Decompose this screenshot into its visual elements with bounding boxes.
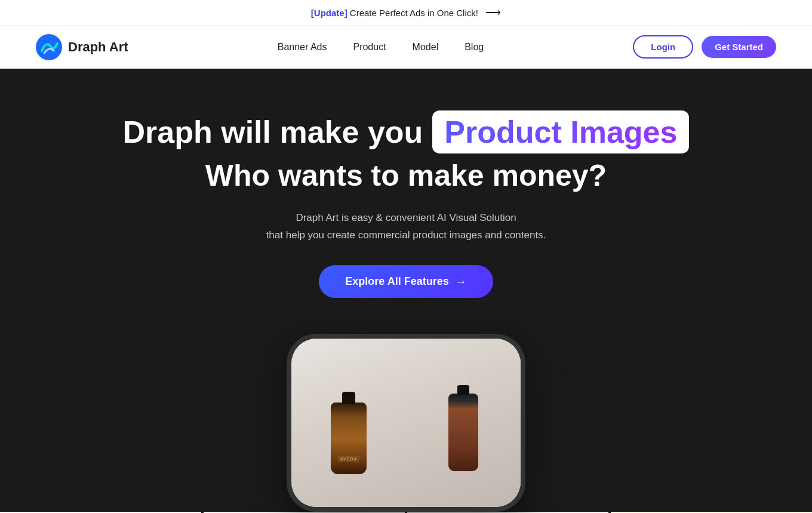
get-started-button[interactable]: Get Started <box>702 36 776 58</box>
announcement-link[interactable]: [Update] <box>311 8 350 18</box>
svg-point-0 <box>36 34 62 60</box>
phone-image-right <box>406 358 521 507</box>
update-label: [Update] <box>311 8 347 18</box>
nav-banner-ads[interactable]: Banner Ads <box>278 42 327 53</box>
hero-title-line2: Who wants to make money? <box>12 158 800 193</box>
phone-content <box>291 358 521 507</box>
explore-label: Explore All Features <box>345 275 448 288</box>
explore-arrow: → <box>455 275 467 288</box>
explore-button[interactable]: Explore All Features → <box>319 265 493 298</box>
phone-mockup: 9:41 📶 <box>287 334 525 512</box>
hero-subtitle1: Draph Art is easy & convenient AI Visual… <box>12 210 800 226</box>
hero-highlight-box: Product Images <box>432 110 689 153</box>
phone-wrapper: 9:41 📶 <box>12 334 800 512</box>
nav-actions: Login Get Started <box>633 35 776 59</box>
nav-model[interactable]: Model <box>413 42 439 53</box>
main-nav: Banner Ads Product Model Blog <box>278 42 484 53</box>
announcement-bar: [Update] Create Perfect Ads in One Click… <box>0 0 812 26</box>
header: Draph Art Banner Ads Product Model Blog … <box>0 26 812 69</box>
announcement-arrow: ⟶ <box>485 6 501 19</box>
logo-link[interactable]: Draph Art <box>36 34 128 60</box>
hero-subtitle2: that help you create commercial product … <box>12 229 800 241</box>
logo-icon <box>36 34 62 60</box>
announcement-message: Create Perfect Ads in One Click! <box>350 8 478 18</box>
hero-section: Draph will make you Product Images Who w… <box>0 69 812 512</box>
hero-title-line1: Draph will make you Product Images <box>12 110 800 153</box>
logo-text: Draph Art <box>68 39 128 55</box>
nav-product[interactable]: Product <box>353 42 386 53</box>
login-button[interactable]: Login <box>633 35 693 59</box>
hero-prefix: Draph will make you <box>123 114 423 150</box>
hero-highlight-text: Product Images <box>444 115 677 149</box>
amber-bottle <box>331 403 367 474</box>
nav-blog[interactable]: Blog <box>465 42 484 53</box>
shampoo-bottle <box>448 394 478 471</box>
